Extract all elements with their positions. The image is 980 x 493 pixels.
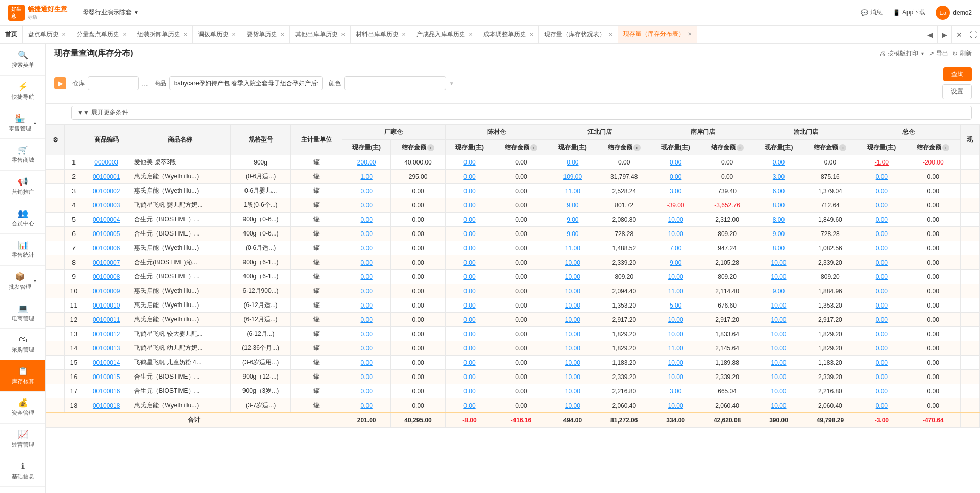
row-jiangbei-cur[interactable]: 10.00 <box>548 298 597 313</box>
row-total-cur[interactable]: 0.00 <box>857 270 906 284</box>
user-area[interactable]: Ea demo2 <box>936 6 972 20</box>
row-yubei-cur[interactable]: 8.00 <box>754 241 803 255</box>
row-chenjiang-cur[interactable]: 0.00 <box>445 298 494 313</box>
row-yubei-cur[interactable]: 9.00 <box>754 284 803 298</box>
row-total-cur[interactable]: 0.00 <box>857 298 906 313</box>
row-jiangbei-cur[interactable]: 10.00 <box>548 384 597 398</box>
tab-stock-status[interactable]: 现存量（库存状况表） ✕ <box>539 26 618 44</box>
row-chenjiang-cur[interactable]: 0.00 <box>445 341 494 356</box>
row-code[interactable]: 00100002 <box>83 184 130 198</box>
row-chenjiang-cur[interactable]: 0.00 <box>445 255 494 270</box>
row-yubei-cur[interactable]: 8.00 <box>754 198 803 213</box>
row-jiangbei-cur[interactable]: 9.00 <box>548 213 597 227</box>
row-chenjiang-cur[interactable]: 0.00 <box>445 384 494 398</box>
sidebar-item-system[interactable]: ⚙ 系统管理 <box>0 487 45 493</box>
row-yubei-cur[interactable]: 10.00 <box>754 255 803 270</box>
filter-toggle-btn[interactable]: ▶ <box>54 77 66 89</box>
nav-next-btn[interactable]: ▶ <box>937 26 951 44</box>
row-nanan-cur[interactable]: 0.00 <box>651 155 700 170</box>
row-nanan-cur[interactable]: 3.00 <box>651 184 700 198</box>
row-total-cur[interactable]: 0.00 <box>857 341 906 356</box>
sidebar-item-members[interactable]: 👥 会员中心 <box>0 202 45 234</box>
row-code[interactable]: 00100009 <box>83 284 130 298</box>
row-total-cur[interactable]: 0.00 <box>857 370 906 384</box>
row-total-cur[interactable]: 0.00 <box>857 241 906 255</box>
row-nanan-cur[interactable]: 10.00 <box>651 327 700 341</box>
app-download-btn[interactable]: 📱 App下载 <box>893 8 925 17</box>
sidebar-item-nav[interactable]: ⚡ 快捷导航 <box>0 76 45 107</box>
row-nanan-cur[interactable]: 10.00 <box>651 370 700 384</box>
close-icon[interactable]: ✕ <box>122 32 127 37</box>
row-yubei-cur[interactable]: 8.00 <box>754 213 803 227</box>
row-factory-cur[interactable]: 0.00 <box>342 241 391 255</box>
nav-maximize-btn[interactable]: ⛶ <box>966 26 980 44</box>
row-jiangbei-cur[interactable]: 10.00 <box>548 398 597 413</box>
row-total-cur[interactable]: 0.00 <box>857 213 906 227</box>
row-yubei-cur[interactable]: 10.00 <box>754 356 803 370</box>
row-chenjiang-cur[interactable]: 0.00 <box>445 370 494 384</box>
row-yubei-cur[interactable]: 10.00 <box>754 270 803 284</box>
row-code[interactable]: 00100016 <box>83 384 130 398</box>
table-area[interactable]: ⚙ 商品编码 商品名称 规格型号 主计量单位 厂家仓 陈村仓 江北门店 南岸门店… <box>46 124 980 493</box>
row-jiangbei-cur[interactable]: 109.00 <box>548 170 597 184</box>
row-yubei-cur[interactable]: 6.00 <box>754 184 803 198</box>
sidebar-item-retail-mgmt[interactable]: 🏪 零售管理 ▲ <box>0 107 45 139</box>
tab-cost-adjust[interactable]: 成本调整单历史 ✕ <box>478 26 539 44</box>
sidebar-item-search[interactable]: 🔍 搜索英单 <box>0 44 45 76</box>
sidebar-item-retail-stats[interactable]: 📊 零售统计 <box>0 234 45 266</box>
row-code[interactable]: 00100005 <box>83 227 130 241</box>
row-yubei-cur[interactable]: 10.00 <box>754 327 803 341</box>
row-nanan-cur[interactable]: 10.00 <box>651 356 700 370</box>
tab-inventory-count[interactable]: 盘点单历史 ✕ <box>23 26 71 44</box>
refresh-btn[interactable]: ↻ 刷新 <box>952 49 972 58</box>
goods-input[interactable] <box>169 76 323 90</box>
row-code[interactable]: 00100012 <box>83 327 130 341</box>
col-settings[interactable]: ⚙ <box>46 125 65 155</box>
row-factory-cur[interactable]: 0.00 <box>342 398 391 413</box>
row-factory-cur[interactable]: 0.00 <box>342 284 391 298</box>
tab-stock-distribution[interactable]: 现存量（库存分布表） ✕ <box>618 26 697 44</box>
tab-outbound[interactable]: 其他出库单历史 ✕ <box>290 26 351 44</box>
warehouse-input[interactable] <box>88 76 139 90</box>
row-total-cur[interactable]: 0.00 <box>857 356 906 370</box>
tab-transfer[interactable]: 调拨单历史 ✕ <box>193 26 241 44</box>
row-factory-cur[interactable]: 0.00 <box>342 255 391 270</box>
row-factory-cur[interactable]: 0.00 <box>342 213 391 227</box>
row-nanan-cur[interactable]: 7.00 <box>651 241 700 255</box>
row-jiangbei-cur[interactable]: 10.00 <box>548 313 597 327</box>
row-yubei-cur[interactable]: 10.00 <box>754 370 803 384</box>
row-jiangbei-cur[interactable]: 9.00 <box>548 198 597 213</box>
nav-close-btn[interactable]: ✕ <box>951 26 966 44</box>
close-icon[interactable]: ✕ <box>402 32 406 37</box>
row-code[interactable]: 00100003 <box>83 198 130 213</box>
info-icon[interactable]: i <box>530 144 537 151</box>
row-jiangbei-cur[interactable]: 0.00 <box>548 155 597 170</box>
row-yubei-cur[interactable]: 10.00 <box>754 398 803 413</box>
row-nanan-cur[interactable]: -39.00 <box>651 198 700 213</box>
tab-order[interactable]: 要货单历史 ✕ <box>241 26 290 44</box>
row-nanan-cur[interactable]: 10.00 <box>651 270 700 284</box>
row-nanan-cur[interactable]: 9.00 <box>651 255 700 270</box>
row-chenjiang-cur[interactable]: 0.00 <box>445 241 494 255</box>
close-icon[interactable]: ✕ <box>341 32 345 37</box>
row-chenjiang-cur[interactable]: 0.00 <box>445 170 494 184</box>
row-chenjiang-cur[interactable]: 0.00 <box>445 327 494 341</box>
sidebar-item-purchase[interactable]: 🛍 采购管理 <box>0 329 45 360</box>
row-code[interactable]: 00100001 <box>83 170 130 184</box>
row-total-cur[interactable]: 0.00 <box>857 284 906 298</box>
row-chenjiang-cur[interactable]: 0.00 <box>445 184 494 198</box>
row-code[interactable]: 00100011 <box>83 313 130 327</box>
close-icon[interactable]: ✕ <box>688 31 692 37</box>
row-nanan-cur[interactable]: 11.00 <box>651 341 700 356</box>
sidebar-item-ecommerce[interactable]: 💻 电商管理 <box>0 297 45 329</box>
row-yubei-cur[interactable]: 10.00 <box>754 341 803 356</box>
tab-product-inbound[interactable]: 产成品入库单历史 ✕ <box>411 26 478 44</box>
row-factory-cur[interactable]: 0.00 <box>342 327 391 341</box>
row-code[interactable]: 00100014 <box>83 356 130 370</box>
row-yubei-cur[interactable]: 3.00 <box>754 170 803 184</box>
row-factory-cur[interactable]: 0.00 <box>342 384 391 398</box>
row-code[interactable]: 00100015 <box>83 370 130 384</box>
sidebar-item-retail-mall[interactable]: 🛒 零售商城 <box>0 139 45 171</box>
row-chenjiang-cur[interactable]: 0.00 <box>445 155 494 170</box>
row-yubei-cur[interactable]: 0.00 <box>754 155 803 170</box>
